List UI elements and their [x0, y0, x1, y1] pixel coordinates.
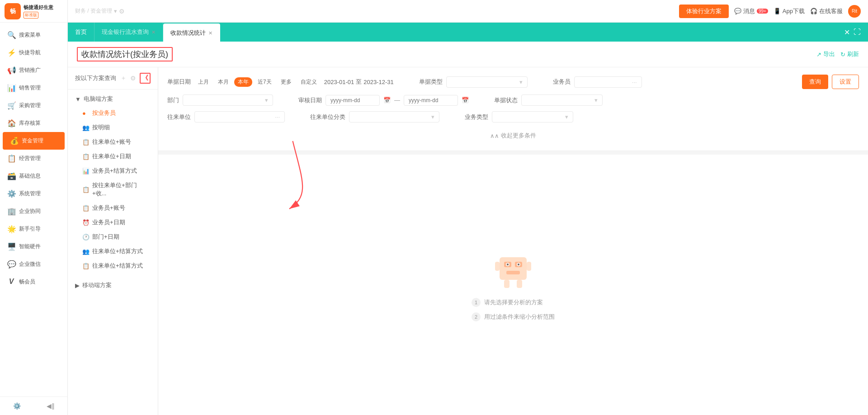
business-type-select[interactable]: ▾ [492, 111, 573, 123]
settings-scheme-icon[interactable]: ⚙ [130, 75, 136, 82]
source-category-select[interactable]: ▾ [349, 111, 439, 123]
mobile-scheme-header[interactable]: ▶ 移动端方案 [68, 278, 158, 292]
hardware-icon: 🖥️ [7, 242, 15, 251]
step-1-text: 请先选择要分析的方案 [484, 298, 543, 307]
online-service-btn[interactable]: 🎧 在线客服 [810, 7, 843, 15]
type-label: 单据类型 [419, 78, 443, 86]
refresh-btn[interactable]: ↻ 刷新 [840, 50, 859, 58]
scheme-item-source-date[interactable]: 📋 往来单位+日期 [68, 149, 158, 164]
tab-receipts[interactable]: 收款情况统计 ✕ [163, 24, 220, 42]
dropdown-arrow-icon[interactable]: ▾ [114, 8, 117, 14]
sidebar-item-member[interactable]: V 畅会员 [0, 273, 67, 290]
add-scheme-icon[interactable]: ＋ [120, 74, 127, 82]
message-btn[interactable]: 💬 消息 99+ [734, 7, 768, 15]
sidebar-item-label: 企业微信 [19, 260, 41, 268]
tab-home[interactable]: 首页 [68, 23, 94, 42]
detail-scheme-icon: 👥 [82, 124, 90, 131]
scheme-item-source-payment2[interactable]: 📋 往来单位+结算方式 [68, 259, 158, 273]
dept-date-icon: 🕐 [82, 234, 90, 241]
sidebar-item-guide[interactable]: 🌟 新手引导 [0, 220, 67, 238]
tab-bank-close[interactable]: ✕ [151, 29, 156, 35]
audit-end-input[interactable] [404, 95, 458, 106]
sidebar-item-enterprise[interactable]: 🏢 企业协同 [0, 203, 67, 220]
scheme-item-label: 按往来单位+部门+收... [92, 181, 151, 198]
date-tab-custom[interactable]: 自定义 [297, 77, 321, 87]
salesman-scheme-icon: ● [82, 110, 90, 117]
breadcrumb: 财务 / 资金管理 ▾ ⚙ [75, 7, 674, 15]
date-tab-this-year[interactable]: 本年 [234, 77, 252, 87]
sidebar-item-search[interactable]: 🔍 搜索菜单 [0, 26, 67, 44]
sidebar-item-operation[interactable]: 📋 经营管理 [0, 150, 67, 167]
filter-row-1: 单据日期 上月 本月 本年 近7天 更多 自定义 2023-01-01 [167, 75, 859, 89]
audit-start-input[interactable] [326, 95, 380, 106]
type-select[interactable]: ▾ [446, 76, 528, 88]
sidebar-item-purchase[interactable]: 🛒 采购管理 [0, 97, 67, 114]
desktop-scheme-group: ▼ 电脑端方案 ● 按业务员 👥 按明细 📋 往来单位+账号 [68, 90, 158, 276]
scheme-item-source-dept[interactable]: 📋 按往来单位+部门+收... [68, 178, 158, 201]
source-category-filter: 往来单位分类 ▾ [310, 111, 439, 123]
scheme-item-salesman-payment[interactable]: 📊 业务员+结算方式 [68, 164, 158, 178]
app-download-btn[interactable]: 📱 App下载 [774, 7, 805, 15]
scheme-item-by-detail[interactable]: 👥 按明细 [68, 120, 158, 135]
dept-select[interactable]: ▾ [183, 94, 273, 106]
date-tab-more[interactable]: 更多 [277, 77, 295, 87]
scheme-item-by-salesman[interactable]: ● 按业务员 [68, 106, 158, 120]
setting-btn[interactable]: 设置 [832, 75, 859, 89]
collapse-filter-btn[interactable]: ∧∧ 收起更多条件 [167, 128, 859, 143]
tabbar: 首页 现金银行流水查询 ✕ 收款情况统计 ✕ ✕ ⛶ [68, 23, 868, 42]
sidebar-item-quick[interactable]: ⚡ 快捷导航 [0, 44, 67, 61]
scheme-item-salesman-account[interactable]: 📋 业务员+账号 [68, 201, 158, 215]
scheme-item-label: 往来单位+结算方式 [92, 247, 143, 255]
calendar-icon-start[interactable]: 📅 [383, 97, 391, 104]
close-window-btn[interactable]: ✕ [844, 28, 850, 37]
svg-rect-7 [504, 280, 509, 288]
settings-gear-icon[interactable]: ⚙ [119, 8, 125, 15]
sidebar-item-finance[interactable]: 💰 资金管理 [3, 132, 65, 150]
sidebar-item-marketing[interactable]: 📢 营销推广 [0, 61, 67, 79]
source-date-icon: 📋 [82, 153, 90, 160]
date-tabs: 上月 本月 本年 近7天 更多 自定义 [194, 77, 321, 87]
settings-button[interactable]: ⚙️ [9, 401, 24, 411]
calendar-icon-end[interactable]: 📅 [462, 97, 469, 104]
tab-receipts-close[interactable]: ✕ [208, 30, 212, 36]
filter-row-2: 部门 ▾ 审核日期 📅 — 📅 [167, 94, 859, 106]
step-2-text: 用过滤条件来缩小分析范围 [484, 313, 555, 321]
tab-bank[interactable]: 现金银行流水查询 ✕ [94, 23, 163, 42]
page-header: 收款情况统计(按业务员) ↗ 导出 ↻ 刷新 [68, 42, 868, 67]
sidebar-item-basic[interactable]: 🗃️ 基础信息 [0, 167, 67, 185]
status-select[interactable]: ▾ [521, 94, 603, 106]
scheme-item-salesman-date[interactable]: ⏰ 业务员+日期 [68, 215, 158, 230]
business-type-filter: 业务类型 ▾ [465, 111, 573, 123]
scheme-item-dept-date[interactable]: 🕐 部门+日期 [68, 230, 158, 244]
date-tab-last7[interactable]: 近7天 [254, 77, 275, 87]
date-tab-last-month[interactable]: 上月 [194, 77, 212, 87]
sidebar-item-inventory[interactable]: 🏠 库存核算 [0, 114, 67, 132]
export-btn[interactable]: ↗ 导出 [816, 50, 835, 58]
sidebar-bottom: ⚙️ ◀‖ [0, 396, 67, 415]
online-service-label: 在线客服 [819, 7, 843, 15]
business-type-dropdown-icon: ▾ [565, 113, 568, 120]
collapse-panel-icon[interactable]: 《 [140, 73, 151, 84]
date-tab-this-month[interactable]: 本月 [214, 77, 232, 87]
date-end: 2023-12-31 [363, 79, 394, 85]
sales-icon: 📊 [7, 84, 15, 92]
sidebar-item-sales[interactable]: 📊 销售管理 [0, 79, 67, 97]
sidebar-item-hardware[interactable]: 🖥️ 智能硬件 [0, 238, 67, 255]
quick-icon: ⚡ [7, 48, 15, 57]
empty-steps: 1 请先选择要分析的方案 2 用过滤条件来缩小分析范围 [472, 298, 555, 321]
scheme-item-source-account[interactable]: 📋 往来单位+账号 [68, 135, 158, 149]
maximize-btn[interactable]: ⛶ [854, 28, 861, 36]
source-select[interactable]: ··· [194, 111, 285, 123]
query-btn[interactable]: 查询 [802, 75, 828, 89]
tab-home-label: 首页 [75, 28, 87, 36]
collapse-sidebar-button[interactable]: ◀‖ [43, 401, 58, 411]
empty-step-2: 2 用过滤条件来缩小分析范围 [472, 312, 555, 321]
sidebar-item-wechat[interactable]: 💬 企业微信 [0, 255, 67, 273]
sidebar-item-label: 企业协同 [19, 208, 41, 215]
salesman-select[interactable]: ··· [574, 76, 642, 88]
user-avatar[interactable]: Rit [848, 5, 861, 18]
scheme-item-source-payment1[interactable]: 👥 往来单位+结算方式 [68, 244, 158, 259]
sidebar-item-system[interactable]: ⚙️ 系统管理 [0, 185, 67, 203]
industry-btn[interactable]: 体验行业方案 [679, 5, 729, 18]
desktop-scheme-header[interactable]: ▼ 电脑端方案 [68, 92, 158, 106]
